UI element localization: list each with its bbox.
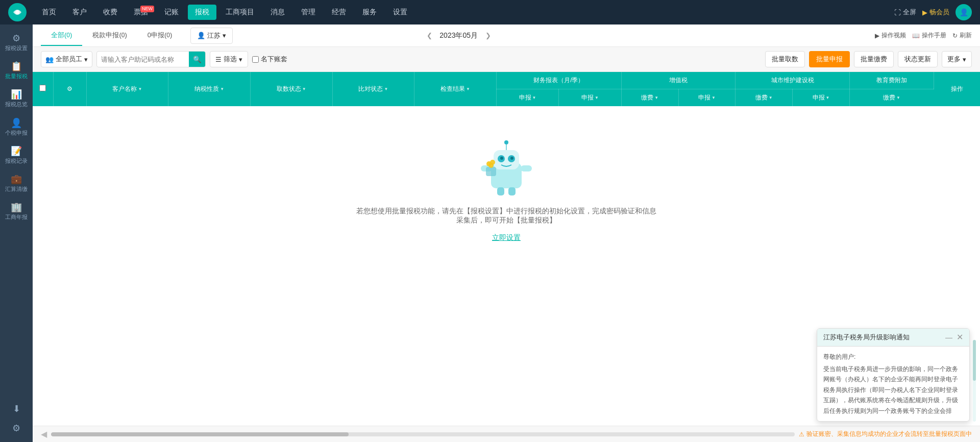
region-select[interactable]: 👤 江苏 ▾	[190, 28, 233, 44]
svg-rect-17	[508, 187, 516, 195]
th-gear[interactable]: ⚙	[53, 72, 86, 106]
tab-tax-declare[interactable]: 税款申报(0)	[82, 26, 137, 46]
select-all-checkbox[interactable]	[39, 85, 46, 91]
data-table: ⚙ 客户名称 纳税性质 取数状态 比对状态	[33, 72, 980, 107]
th-city-pay[interactable]: 缴费	[736, 89, 793, 107]
tabs-right-actions: ▶ 操作视频 📖 操作手册 ↻ 刷新	[875, 31, 972, 40]
th-edu-declare[interactable]: 申报	[793, 89, 850, 107]
sidebar-item-tax-overview[interactable]: 📊 报税总览	[0, 85, 33, 113]
nav-item-service[interactable]: 服务	[355, 5, 384, 20]
th-operation: 操作	[934, 72, 980, 106]
notification-body: 尊敬的用户: 受当前电子税务局进一步升级的影响，同一个政务网账号（办税人）名下的…	[817, 347, 969, 421]
th-vat-declare[interactable]: 申报	[559, 89, 621, 107]
notification-panel: 江苏电子税务局升级影响通知 — ✕ 尊敬的用户: 受当前电子税务局进一步升级的影…	[817, 328, 970, 422]
svg-rect-12	[486, 167, 496, 176]
bottom-bar: ◀ ⚠ 验证账密、采集信息均成功的企业才会流转至批量报税页面中	[33, 426, 980, 442]
staff-select[interactable]: 👥 全部员工 ▾	[41, 51, 92, 67]
nav-item-home[interactable]: 首页	[35, 5, 63, 20]
notification-minus-button[interactable]: —	[945, 333, 952, 341]
refresh-link[interactable]: ↻ 刷新	[952, 31, 972, 40]
notification-close-button[interactable]: ✕	[957, 333, 963, 341]
th-vat-pay[interactable]: 缴费	[621, 89, 678, 107]
sidebar-item-bottom-settings[interactable]: ⚙	[0, 419, 33, 438]
sidebar-item-annual-report[interactable]: 🏢 工商年报	[0, 198, 33, 226]
th-financial-declare[interactable]: 申报	[496, 89, 558, 107]
svg-rect-16	[497, 187, 504, 195]
th-fetch-status[interactable]: 取数状态	[250, 72, 332, 106]
prev-month-button[interactable]: ❮	[423, 30, 435, 42]
checkbox-label[interactable]: 名下账套	[252, 55, 287, 64]
notification-title: 江苏电子税务局升级影响通知	[823, 333, 910, 342]
filter-button[interactable]: ☰ 筛选 ▾	[210, 51, 248, 67]
manual-link[interactable]: 📖 操作手册	[912, 31, 946, 40]
notification-scrollbar[interactable]	[973, 340, 976, 422]
more-button[interactable]: 更多 ▾	[942, 51, 972, 67]
th-city-declare[interactable]: 申报	[678, 89, 736, 107]
th-city-tax: 城市维护建设税	[736, 72, 850, 89]
filter-icon: ☰	[215, 56, 222, 63]
sidebar-item-tax-records[interactable]: 📝 报税记录	[0, 141, 33, 169]
search-input[interactable]	[97, 56, 189, 63]
warning-icon: ⚠	[799, 431, 804, 438]
new-badge: NEW	[140, 6, 154, 12]
batch-declare-button[interactable]: 批量申报	[809, 51, 850, 67]
search-input-wrap: 🔍	[96, 51, 206, 67]
batch-fetch-button[interactable]: 批量取数	[765, 51, 805, 67]
sidebar-item-personal-tax[interactable]: 👤 个税申报	[0, 113, 33, 141]
empty-robot-illustration	[476, 137, 537, 199]
search-button[interactable]: 🔍	[189, 51, 205, 67]
user-avatar[interactable]: 👤	[955, 4, 972, 20]
nav-item-accounting[interactable]: 记账	[157, 5, 186, 20]
member-icon: ▶	[922, 9, 927, 16]
fullscreen-icon: ⛶	[894, 9, 901, 16]
logo[interactable]	[8, 3, 27, 21]
scroll-left-button[interactable]: ◀	[41, 429, 47, 439]
member-button[interactable]: ▶ 畅会员	[922, 8, 949, 17]
nav-item-business[interactable]: 工商项目	[218, 5, 261, 20]
sidebar-item-download[interactable]: ⬇	[0, 399, 33, 419]
video-link[interactable]: ▶ 操作视频	[875, 31, 906, 40]
nav-item-manage[interactable]: 管理	[294, 5, 323, 20]
chevron-down-icon: ▾	[223, 32, 226, 39]
th-checkbox[interactable]	[33, 72, 53, 106]
staff-icon: 👥	[45, 56, 54, 63]
setup-link[interactable]: 立即设置	[492, 233, 521, 242]
nav-item-fee[interactable]: 收费	[96, 5, 125, 20]
horizontal-scrollbar[interactable]	[51, 432, 795, 436]
sidebar-item-batch-tax[interactable]: 📋 批量报税	[0, 57, 33, 85]
tab-zero-declare[interactable]: 0申报(0)	[137, 26, 183, 46]
th-customer-name[interactable]: 客户名称	[86, 72, 168, 106]
tab-all[interactable]: 全部(0)	[41, 26, 82, 46]
scrollbar-thumb	[51, 432, 349, 436]
status-update-button[interactable]: 状态更新	[898, 51, 938, 67]
filter-chevron-icon: ▾	[239, 56, 242, 63]
next-month-button[interactable]: ❯	[482, 30, 494, 42]
nav-item-message[interactable]: 消息	[263, 5, 292, 20]
nav-item-customer[interactable]: 客户	[65, 5, 94, 20]
notif-line-1: 受当前电子税务局进一步升级的影响，同一个政务网账号（办税人）名下的企业不能再同时…	[823, 364, 963, 416]
svg-point-1	[15, 10, 19, 14]
nav-item-settings[interactable]: 设置	[386, 5, 414, 20]
batch-pay-button[interactable]: 批量缴费	[854, 51, 894, 67]
th-check-result[interactable]: 检查结果	[414, 72, 497, 106]
fullscreen-button[interactable]: ⛶ 全屏	[894, 8, 916, 17]
th-edu-pay[interactable]: 缴费	[849, 89, 934, 107]
svg-point-7	[510, 157, 513, 160]
sidebar-item-annual-clear[interactable]: 💼 汇算清缴	[0, 169, 33, 198]
th-compare-status[interactable]: 比对状态	[332, 72, 414, 106]
th-tax-type[interactable]: 纳税性质	[168, 72, 251, 106]
nav-item-invoice[interactable]: 票据 NEW	[127, 5, 155, 20]
nav-item-operation[interactable]: 经营	[325, 5, 353, 20]
name-accounts-checkbox[interactable]	[252, 56, 259, 63]
empty-message: 若您想使用批量报税功能，请先在【报税设置】中进行报税的初始化设置，完成密码验证和…	[353, 207, 659, 225]
tax-records-icon: 📝	[11, 146, 22, 156]
book-icon: 📖	[912, 32, 920, 39]
th-financial-report: 财务报表（月/季）	[496, 72, 621, 89]
gear-icon: ⚙	[67, 85, 72, 92]
nav-right: ⛶ 全屏 ▶ 畅会员 👤	[894, 4, 972, 20]
warning-message: ⚠ 验证账密、采集信息均成功的企业才会流转至批量报税页面中	[799, 430, 972, 438]
avatar-icon: 👤	[960, 8, 968, 16]
more-chevron-icon: ▾	[963, 56, 966, 63]
sidebar-item-tax-settings[interactable]: ⚙ 报税设置	[0, 29, 33, 57]
nav-item-tax[interactable]: 报税	[188, 5, 216, 20]
